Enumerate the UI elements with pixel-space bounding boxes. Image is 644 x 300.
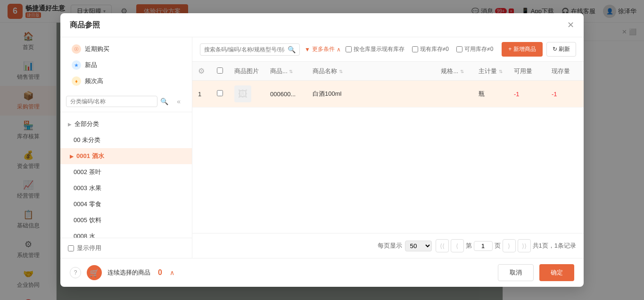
- prev-page-button[interactable]: ⟨: [451, 239, 464, 252]
- category-search-row: 🔍 «: [60, 93, 192, 110]
- product-panel: 🔍 ▼ 更多条件 ∧ 按仓库显示现有库存 现: [192, 37, 584, 258]
- sort-spec-icon: ⇅: [460, 69, 464, 74]
- col-header-img: 商品图片: [229, 62, 264, 81]
- category-search-icon[interactable]: 🔍: [160, 98, 168, 105]
- sort-code-icon: ⇅: [289, 69, 293, 74]
- cb-warehouse-label: 按仓库显示现有库存: [354, 45, 405, 53]
- freq-icon: ♦: [72, 76, 81, 86]
- quick-freq-label: 频次高: [85, 77, 103, 85]
- confirm-button[interactable]: 确定: [539, 264, 574, 281]
- page-suffix-label: 页: [495, 242, 501, 250]
- recent-icon: ☉: [72, 44, 81, 54]
- cb-avail-nonzero-input[interactable]: [456, 46, 462, 52]
- col-header-code[interactable]: 商品... ⇅: [264, 62, 307, 81]
- cart-button[interactable]: 🛒: [87, 265, 102, 280]
- product-search-input[interactable]: [204, 46, 285, 53]
- cb-avail-nonzero-label: 可用库存≠0: [464, 45, 493, 53]
- category-list: ▶ 全部分类 00 未分类 ▶ 0001 酒水 0002 茶叶 0003 水果: [60, 114, 192, 238]
- quick-new[interactable]: ★ 新品: [68, 57, 184, 73]
- cat-0004[interactable]: 0004 零食: [60, 196, 192, 212]
- filter-checkboxes: 按仓库显示现有库存 现有库存≠0 可用库存≠0: [346, 45, 494, 53]
- cart-icon: 🛒: [90, 268, 99, 277]
- collapse-button[interactable]: «: [171, 96, 186, 107]
- show-disabled-checkbox[interactable]: 显示停用: [68, 244, 101, 252]
- product-thumbnail: 🖼: [234, 85, 251, 102]
- cat-0002[interactable]: 0002 茶叶: [60, 164, 192, 180]
- table-row[interactable]: 1 🖼 000600... 白酒100ml: [192, 81, 584, 108]
- cancel-button[interactable]: 取消: [498, 264, 534, 281]
- refresh-button[interactable]: ↻ 刷新: [546, 42, 576, 57]
- filter-label: 更多条件: [312, 45, 335, 53]
- filter-button[interactable]: ▼ 更多条件 ∧: [305, 45, 341, 53]
- show-disabled-input[interactable]: [68, 245, 74, 251]
- help-button[interactable]: ?: [70, 267, 81, 278]
- modal-body: ☉ 近期购买 ★ 新品 ♦ 频次高 🔍 «: [60, 37, 584, 258]
- cell-name: 白酒100ml: [307, 81, 435, 108]
- cb-nonzero-label: 现有库存≠0: [420, 45, 449, 53]
- cat-0004-label: 0004 零食: [74, 200, 101, 208]
- page-number-input[interactable]: [474, 241, 493, 251]
- col-header-check: [211, 62, 229, 81]
- cat-0008[interactable]: 0008 水: [60, 228, 192, 238]
- category-divider: [60, 112, 192, 112]
- col-header-spec[interactable]: 规格... ⇅: [435, 62, 473, 81]
- footer-collapse-icon[interactable]: ∧: [170, 269, 174, 276]
- toolbar-right-buttons: + 新增商品 ↻ 刷新: [502, 42, 576, 57]
- cell-avail: -1: [508, 81, 546, 108]
- col-header-avail: 可用量: [508, 62, 546, 81]
- table-header-row: ⚙ 商品图片 商品... ⇅: [192, 62, 584, 81]
- cat-0005[interactable]: 0005 饮料: [60, 212, 192, 228]
- row-checkbox[interactable]: [217, 90, 223, 96]
- cell-code: 000600...: [264, 81, 307, 108]
- col-unit-label: 主计量: [479, 67, 497, 75]
- cell-check: [211, 81, 229, 108]
- first-page-button[interactable]: ⟨⟨: [436, 239, 449, 252]
- modal-close-icon[interactable]: ✕: [567, 20, 574, 30]
- quick-freq[interactable]: ♦ 频次高: [68, 73, 184, 89]
- add-product-button[interactable]: + 新增商品: [502, 42, 542, 57]
- cart-count: 0: [158, 268, 162, 277]
- cb-warehouse[interactable]: 按仓库显示现有库存: [346, 45, 405, 53]
- col-header-unit[interactable]: 主计量 ⇅: [473, 62, 508, 81]
- cat-0001-arrow: ▶: [70, 154, 74, 159]
- modal-header: 商品参照 ✕: [60, 13, 584, 37]
- quick-access: ☉ 近期购买 ★ 新品 ♦ 频次高: [60, 37, 192, 93]
- cb-avail-nonzero[interactable]: 可用库存≠0: [456, 45, 493, 53]
- page-size-select[interactable]: 50 100 200: [405, 241, 432, 251]
- quick-new-label: 新品: [85, 61, 97, 69]
- cat-00-label: 00 未分类: [74, 136, 100, 144]
- new-icon: ★: [72, 60, 81, 70]
- cat-0005-label: 0005 饮料: [74, 216, 101, 225]
- pagination: 每页显示 50 100 200 ⟨⟨ ⟨ 第 页 ⟩: [192, 233, 584, 258]
- footer-left: ? 🛒 连续选择的商品 0 ∧: [70, 265, 174, 280]
- table-gear-icon[interactable]: ⚙: [198, 67, 205, 75]
- col-img-label: 商品图片: [234, 67, 259, 75]
- cb-nonzero-input[interactable]: [412, 46, 418, 52]
- select-all-checkbox[interactable]: [217, 67, 223, 74]
- cell-spec: [435, 81, 473, 108]
- category-search-input[interactable]: [66, 96, 157, 107]
- col-avail-label: 可用量: [514, 67, 532, 75]
- product-table: ⚙ 商品图片 商品... ⇅: [192, 62, 584, 108]
- cell-num: 1: [192, 81, 211, 108]
- col-name-label: 商品名称: [313, 67, 337, 75]
- product-search-icon[interactable]: 🔍: [288, 46, 296, 53]
- help-icon: ?: [74, 269, 77, 276]
- cb-warehouse-input[interactable]: [346, 46, 352, 52]
- cat-0003[interactable]: 0003 水果: [60, 180, 192, 196]
- col-spec-label: 规格...: [441, 67, 458, 75]
- cat-0001[interactable]: ▶ 0001 酒水: [60, 148, 192, 164]
- cb-nonzero[interactable]: 现有库存≠0: [412, 45, 449, 53]
- cat-all[interactable]: ▶ 全部分类: [60, 116, 192, 132]
- modal-footer: ? 🛒 连续选择的商品 0 ∧ 取消 确定: [60, 258, 584, 287]
- quick-recent[interactable]: ☉ 近期购买: [68, 41, 184, 57]
- cat-00[interactable]: 00 未分类: [60, 132, 192, 148]
- last-page-button[interactable]: ⟩⟩: [518, 239, 531, 252]
- cell-stock: -1: [546, 81, 584, 108]
- next-page-button[interactable]: ⟩: [503, 239, 516, 252]
- footer-right: 取消 确定: [498, 264, 574, 281]
- col-code-label: 商品...: [270, 67, 288, 75]
- col-header-name[interactable]: 商品名称 ⇅: [307, 62, 435, 81]
- cart-label: 连续选择的商品: [107, 268, 150, 277]
- page-size-label: 每页显示: [378, 242, 402, 250]
